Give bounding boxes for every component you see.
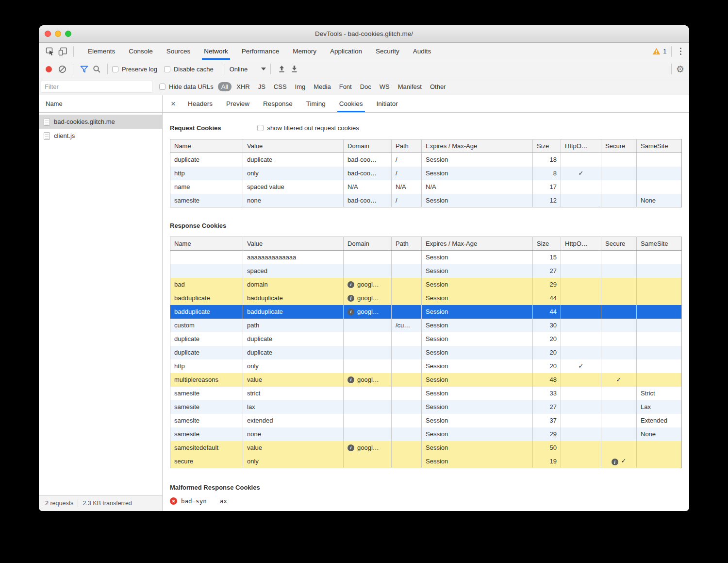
filter-funnel-icon[interactable] bbox=[78, 63, 90, 75]
detail-tab-cookies[interactable]: Cookies bbox=[332, 95, 370, 112]
detail-tab-response[interactable]: Response bbox=[256, 95, 299, 112]
cookie-value-cell: spaced value bbox=[243, 180, 344, 194]
requests-name-column-header[interactable]: Name bbox=[39, 95, 162, 113]
filter-type-manifest[interactable]: Manifest bbox=[395, 82, 425, 91]
search-icon[interactable] bbox=[90, 63, 103, 75]
detail-tab-headers[interactable]: Headers bbox=[181, 95, 219, 112]
device-toolbar-icon[interactable] bbox=[56, 45, 69, 58]
divider bbox=[671, 64, 672, 74]
column-header-expires[interactable]: Expires / Max-Age bbox=[422, 139, 533, 153]
close-window-button[interactable] bbox=[45, 31, 51, 37]
cookie-row[interactable]: baddomainigoogl…Session29 bbox=[170, 278, 682, 291]
cookie-value-cell: none bbox=[243, 194, 344, 207]
minimize-window-button[interactable] bbox=[55, 31, 61, 37]
column-header-samesite[interactable]: SameSite bbox=[637, 139, 682, 153]
cookie-row[interactable]: custompath/cu…Session30 bbox=[170, 319, 682, 332]
column-header-httponly[interactable]: HttpO… bbox=[561, 139, 601, 153]
cookie-row[interactable]: samesitestrictSession33Strict bbox=[170, 387, 682, 400]
request-row[interactable]: client.js bbox=[39, 129, 162, 143]
filter-type-other[interactable]: Other bbox=[427, 82, 449, 91]
main-tab-bar: ElementsConsoleSourcesNetworkPerformance… bbox=[39, 43, 689, 60]
cookie-row[interactable]: httponlybad-coo…/Session8✓ bbox=[170, 167, 682, 180]
column-header-path[interactable]: Path bbox=[392, 237, 422, 251]
show-filtered-cookies-checkbox[interactable] bbox=[257, 125, 264, 131]
filter-type-ws[interactable]: WS bbox=[376, 82, 393, 91]
inspect-element-icon[interactable] bbox=[44, 45, 56, 58]
import-har-icon[interactable] bbox=[275, 63, 288, 75]
column-header-expires[interactable]: Expires / Max-Age bbox=[422, 237, 533, 251]
cookie-httponly-cell bbox=[561, 153, 601, 167]
column-header-name[interactable]: Name bbox=[170, 237, 243, 251]
warning-icon[interactable] bbox=[652, 48, 661, 55]
disable-cache-checkbox[interactable] bbox=[164, 66, 170, 72]
request-row[interactable]: bad-cookies.glitch.me bbox=[39, 115, 162, 129]
tab-application[interactable]: Application bbox=[323, 43, 369, 60]
cookie-expires-cell: Session bbox=[422, 359, 533, 373]
cookie-row[interactable]: samesitenoneSession29None bbox=[170, 427, 682, 441]
cookie-size-cell: 18 bbox=[533, 153, 561, 167]
zoom-window-button[interactable] bbox=[65, 31, 71, 37]
column-header-domain[interactable]: Domain bbox=[344, 237, 392, 251]
preserve-log-checkbox[interactable] bbox=[112, 66, 118, 72]
tab-elements[interactable]: Elements bbox=[81, 43, 122, 60]
cookie-row[interactable]: duplicateduplicateSession20 bbox=[170, 332, 682, 346]
cookie-row[interactable]: duplicateduplicateSession20 bbox=[170, 346, 682, 359]
cookie-row[interactable]: samesitelaxSession27Lax bbox=[170, 400, 682, 414]
cookie-domain-cell: igoogl… bbox=[344, 373, 392, 387]
tab-network[interactable]: Network bbox=[197, 43, 235, 60]
column-header-httponly[interactable]: HttpO… bbox=[561, 237, 601, 251]
detail-tab-preview[interactable]: Preview bbox=[219, 95, 256, 112]
cookie-row[interactable]: secureonlySession19i✓ bbox=[170, 455, 682, 468]
clear-icon[interactable] bbox=[56, 63, 68, 75]
filter-type-font[interactable]: Font bbox=[336, 82, 355, 91]
filter-type-media[interactable]: Media bbox=[310, 82, 334, 91]
column-header-path[interactable]: Path bbox=[392, 139, 422, 153]
column-header-secure[interactable]: Secure bbox=[601, 237, 637, 251]
cookie-row[interactable]: spacedSession27 bbox=[170, 264, 682, 278]
hide-data-urls-checkbox[interactable] bbox=[159, 84, 165, 90]
cookie-row[interactable]: duplicateduplicatebad-coo…/Session18 bbox=[170, 153, 682, 167]
column-header-value[interactable]: Value bbox=[243, 237, 344, 251]
cookie-row[interactable]: badduplicatebadduplicateigoogl…Session44 bbox=[170, 305, 682, 319]
cookie-row[interactable]: httponlySession20✓ bbox=[170, 359, 682, 373]
cookie-row[interactable]: samesitenonebad-coo…/Session12None bbox=[170, 194, 682, 207]
filter-type-js[interactable]: JS bbox=[255, 82, 269, 91]
filter-type-doc[interactable]: Doc bbox=[357, 82, 375, 91]
filter-type-xhr[interactable]: XHR bbox=[233, 82, 253, 91]
tab-audits[interactable]: Audits bbox=[406, 43, 438, 60]
cookie-row[interactable]: namespaced valueN/AN/AN/A17 bbox=[170, 180, 682, 194]
tab-sources[interactable]: Sources bbox=[160, 43, 198, 60]
record-button[interactable] bbox=[46, 66, 52, 72]
filter-type-all[interactable]: All bbox=[218, 82, 232, 91]
cookie-row[interactable]: samesitedefaultvalueigoogl…Session50 bbox=[170, 441, 682, 455]
close-panel-icon[interactable]: × bbox=[165, 95, 181, 112]
filter-input[interactable] bbox=[41, 81, 152, 93]
column-header-secure[interactable]: Secure bbox=[601, 139, 637, 153]
column-header-samesite[interactable]: SameSite bbox=[637, 237, 682, 251]
cookie-row[interactable]: multiplereasonsvalueigoogl…Session48✓ bbox=[170, 373, 682, 387]
throttling-select[interactable]: Online bbox=[230, 66, 266, 73]
cookie-samesite-cell: None bbox=[637, 427, 682, 441]
column-header-size[interactable]: Size bbox=[533, 237, 561, 251]
settings-gear-icon[interactable]: ⚙ bbox=[676, 65, 684, 74]
column-header-domain[interactable]: Domain bbox=[344, 139, 392, 153]
tab-memory[interactable]: Memory bbox=[286, 43, 323, 60]
detail-tab-initiator[interactable]: Initiator bbox=[370, 95, 405, 112]
kebab-menu-icon[interactable] bbox=[676, 46, 686, 57]
filter-type-img[interactable]: Img bbox=[292, 82, 309, 91]
cookie-row[interactable]: aaaaaaaaaaaaaaSession15 bbox=[170, 251, 682, 264]
cookie-secure-cell bbox=[601, 414, 637, 427]
column-header-size[interactable]: Size bbox=[533, 139, 561, 153]
cookie-row[interactable]: samesiteextendedSession37Extended bbox=[170, 414, 682, 427]
detail-tab-timing[interactable]: Timing bbox=[299, 95, 332, 112]
export-har-icon[interactable] bbox=[288, 63, 300, 75]
filter-type-css[interactable]: CSS bbox=[270, 82, 290, 91]
column-header-name[interactable]: Name bbox=[170, 139, 243, 153]
cookie-row[interactable]: badduplicatebadduplicateigoogl…Session44 bbox=[170, 291, 682, 305]
tab-console[interactable]: Console bbox=[122, 43, 160, 60]
column-header-value[interactable]: Value bbox=[243, 139, 344, 153]
cookie-path-cell bbox=[392, 373, 422, 387]
tab-security[interactable]: Security bbox=[369, 43, 406, 60]
info-icon: i bbox=[347, 376, 354, 383]
tab-performance[interactable]: Performance bbox=[235, 43, 286, 60]
